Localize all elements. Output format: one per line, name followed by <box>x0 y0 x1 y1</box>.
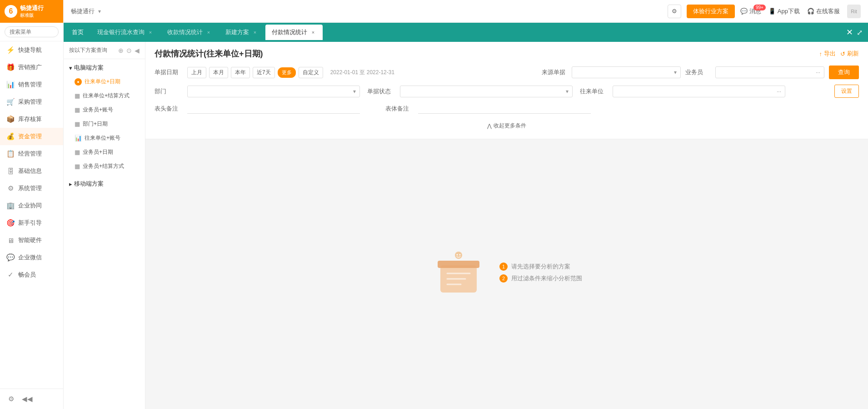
hint-item-2: 2 用过滤条件来缩小分析范围 <box>499 274 582 283</box>
sidebar-item-basic[interactable]: 🗄 基础信息 <box>0 162 63 180</box>
avatar[interactable]: Rit <box>847 5 861 18</box>
empty-svg <box>431 252 486 297</box>
body-note-input[interactable] <box>418 103 591 114</box>
sidebar-item-member[interactable]: ✓ 畅会员 <box>0 266 63 283</box>
refresh-btn[interactable]: ↺ 刷新 <box>840 50 859 58</box>
tab-new-scheme-close-icon[interactable]: × <box>252 29 258 35</box>
scheme-item-partner-settlement[interactable]: ▦ 往来单位+结算方式 <box>64 89 145 103</box>
scheme-item-staff-settlement[interactable]: ▦ 业务员+结算方式 <box>64 159 145 173</box>
settings-button[interactable]: 设置 <box>834 85 859 98</box>
add-scheme-icon[interactable]: ⊕ <box>118 47 124 54</box>
online-service-btn[interactable]: 🎧 在线客服 <box>807 7 840 15</box>
date-btn-7days[interactable]: 近7天 <box>253 67 275 78</box>
voucher-status-select[interactable]: ▾ <box>400 86 573 97</box>
tab-home[interactable]: 首页 <box>65 25 90 40</box>
scheme-table-icon: ▦ <box>75 106 80 113</box>
staff-select[interactable]: ··· <box>715 66 824 78</box>
export-btn[interactable]: ↑ 导出 <box>819 50 836 58</box>
date-btn-custom[interactable]: 自定义 <box>299 67 323 78</box>
tab-payments-close-icon[interactable]: × <box>310 29 316 35</box>
sidebar-item-sales[interactable]: 📊 销售管理 <box>0 76 63 93</box>
settings-icon-btn[interactable]: ⚙ <box>668 5 681 18</box>
sidebar-item-label: 基础信息 <box>18 167 42 175</box>
app-name: 畅捷通行 <box>20 4 44 12</box>
footer-collapse-btn[interactable]: ◀◀ <box>21 393 34 405</box>
app-logo: 6 畅捷通行 标准版 <box>0 0 63 23</box>
sidebar-item-hardware[interactable]: 🖥 智能硬件 <box>0 232 63 249</box>
filter-area: 付款情况统计(往来单位+日期) ↑ 导出 ↺ 刷新 单据日期 <box>145 42 868 139</box>
app-download-btn[interactable]: 📱 App下载 <box>768 7 800 15</box>
sidebar-item-operations[interactable]: 📋 经营管理 <box>0 145 63 162</box>
dept-arrow: ▾ <box>353 88 356 95</box>
message-badge: 99+ <box>753 5 766 10</box>
header-right: 💬 消息 99+ 📱 App下载 🎧 在线客服 Rit <box>740 5 861 18</box>
operations-icon: 📋 <box>6 150 15 158</box>
sidebar-item-capital[interactable]: 💰 资金管理 <box>0 128 63 145</box>
sidebar-item-label: 经营管理 <box>18 150 42 158</box>
app-download-icon: 📱 <box>768 8 776 15</box>
quick-nav-icon: ⚡ <box>6 46 15 54</box>
tab-new-scheme[interactable]: 新建方案 × <box>219 25 264 40</box>
scheme-item-partner-date[interactable]: ● 往来单位+日期 <box>64 75 145 89</box>
settings-scheme-icon[interactable]: ⊙ <box>126 47 132 54</box>
collapse-conditions-btn[interactable]: ⋀ 收起更多条件 <box>155 119 859 132</box>
sidebar-item-purchase[interactable]: 🛒 采购管理 <box>0 93 63 111</box>
scheme-table-icon: ▦ <box>75 163 80 170</box>
source-voucher-label: 来源单据 <box>542 68 567 76</box>
tab-close-all-btn[interactable]: ✕ <box>846 27 853 37</box>
scheme-item-staff-account[interactable]: ▦ 业务员+账号 <box>64 103 145 117</box>
partner-select[interactable]: ··· <box>613 86 785 97</box>
source-voucher-select[interactable]: ▾ <box>572 66 681 78</box>
date-btn-last-month[interactable]: 上月 <box>187 67 206 78</box>
sidebar-item-label: 营销推广 <box>18 63 42 71</box>
tab-payments[interactable]: 付款情况统计 × <box>265 25 323 40</box>
desktop-scheme-group-header[interactable]: ▾ 电脑端方案 <box>64 61 145 75</box>
scheme-item-dept-date[interactable]: ▦ 部门+日期 <box>64 117 145 131</box>
tab-bank-flow[interactable]: 现金银行流水查询 × <box>91 25 160 40</box>
sidebar-item-inventory[interactable]: 📦 库存核算 <box>0 111 63 128</box>
hint-num-2: 2 <box>499 274 508 283</box>
sidebar-item-label: 资金管理 <box>18 132 42 141</box>
enterprise-icon: 🏢 <box>6 202 15 210</box>
mobile-scheme-group-header[interactable]: ▸ 移动端方案 <box>64 177 145 191</box>
tab-bank-flow-label: 现金银行流水查询 <box>97 28 145 36</box>
tab-expand-btn[interactable]: ⤢ <box>857 28 863 37</box>
search-input[interactable] <box>5 26 59 37</box>
sidebar-item-guide[interactable]: 🎯 新手引导 <box>0 214 63 232</box>
date-btn-more[interactable]: 更多 <box>278 67 296 78</box>
svg-rect-1 <box>438 261 479 268</box>
header-note-input[interactable] <box>187 103 360 114</box>
scheme-item-staff-date[interactable]: ▦ 业务员+日期 <box>64 145 145 159</box>
sidebar-item-system[interactable]: ⚙ 系统管理 <box>0 180 63 197</box>
message-icon: 💬 <box>740 8 748 15</box>
sidebar-item-label: 系统管理 <box>18 184 42 192</box>
logo-icon: 6 <box>5 5 17 18</box>
tab-receipts-close-icon[interactable]: × <box>205 29 212 35</box>
footer-settings-btn[interactable]: ⚙ <box>5 393 17 405</box>
online-service-icon: 🎧 <box>807 8 814 15</box>
scheme-item-partner-account[interactable]: 📊 往来单位+账号 <box>64 131 145 145</box>
date-btn-this-year[interactable]: 本年 <box>231 67 250 78</box>
query-button[interactable]: 查询 <box>829 66 859 79</box>
body-note-label: 表体备注 <box>385 105 411 113</box>
guide-icon: 🎯 <box>6 219 15 227</box>
department-select[interactable]: ▾ <box>187 86 360 97</box>
svg-point-5 <box>455 252 462 259</box>
scheme-table-icon: ▦ <box>75 149 80 156</box>
sidebar-item-quick-nav[interactable]: ⚡ 快捷导航 <box>0 41 63 59</box>
page-title-bar: 付款情况统计(往来单位+日期) ↑ 导出 ↺ 刷新 <box>155 48 859 59</box>
trial-button[interactable]: 体验行业方案 <box>687 5 735 18</box>
date-btn-this-month[interactable]: 本月 <box>209 67 228 78</box>
sidebar-item-enterprise[interactable]: 🏢 企业协同 <box>0 197 63 214</box>
message-btn[interactable]: 💬 消息 99+ <box>740 7 761 15</box>
date-options: 上月 本月 本年 近7天 更多 自定义 <box>187 67 323 78</box>
tab-receipts[interactable]: 收款情况统计 × <box>161 25 218 40</box>
collapse-scheme-icon[interactable]: ◀ <box>135 47 140 54</box>
tab-bank-flow-close-icon[interactable]: × <box>147 29 154 35</box>
sidebar-item-marketing[interactable]: 🎁 营销推广 <box>0 59 63 76</box>
sidebar-item-label: 智能硬件 <box>18 236 42 244</box>
top-header: 畅捷通行 ▾ ⚙ 体验行业方案 💬 消息 99+ 📱 App下载 🎧 在线客服 … <box>64 0 868 23</box>
sidebar-item-wechat[interactable]: 💬 企业微信 <box>0 249 63 266</box>
tab-payments-label: 付款情况统计 <box>272 28 307 36</box>
mobile-scheme-group: ▸ 移动端方案 <box>64 175 145 192</box>
